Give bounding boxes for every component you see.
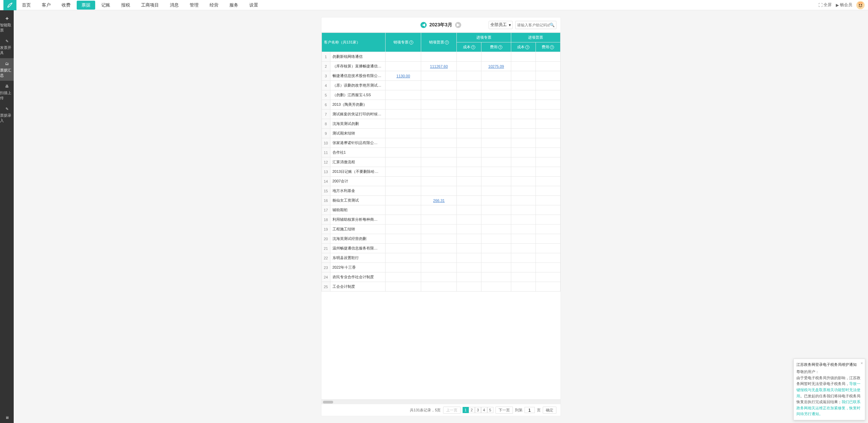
nav-item-1[interactable]: 客户 [37, 1, 55, 10]
customer-name[interactable]: 勿删新锐网络通信 [330, 52, 385, 62]
nav-item-4[interactable]: 记账 [97, 1, 115, 10]
value-link[interactable]: 111267.60 [430, 64, 448, 68]
customer-name[interactable]: 2013（陶美芳勿删） [330, 100, 385, 110]
customer-name[interactable]: （库存核算）直播畅捷通信… [330, 62, 385, 71]
page-number[interactable]: 3 [475, 407, 481, 413]
customer-name[interactable]: 温州畅捷通信息服务有限… [330, 244, 385, 253]
search-icon[interactable]: 🔍 [550, 23, 555, 27]
table-row[interactable]: 62013（陶美芳勿删） [322, 100, 560, 110]
sidebar-monitor[interactable]: 🖥 [0, 412, 14, 423]
customer-name[interactable]: 工会会计制度 [330, 282, 385, 292]
table-row[interactable]: 142007会计 [322, 177, 560, 186]
table-row[interactable]: 4（原）误删勿改李艳芳测试账… [322, 81, 560, 90]
table-row[interactable]: 11合作社1 [322, 148, 560, 157]
value-link[interactable]: 266.31 [433, 198, 445, 203]
table-row[interactable]: 9测试期末结转 [322, 129, 560, 138]
nav-item-2[interactable]: 收费 [57, 1, 75, 10]
customer-name[interactable]: 2013日记账（不要删除哈… [330, 167, 385, 177]
help-icon[interactable]: ? [409, 40, 413, 44]
customer-name[interactable]: 农民专业合作社会计制度 [330, 272, 385, 282]
next-month-button[interactable]: ▶ [455, 22, 461, 28]
table-row[interactable]: 7测试账套的凭证打印的时候… [322, 110, 560, 119]
help-icon[interactable]: ? [525, 45, 529, 49]
page-number[interactable]: 5 [487, 407, 493, 413]
table-row[interactable]: 16杨仙女工资测试266.31 [322, 196, 560, 205]
table-row[interactable]: 17辅助期初 [322, 205, 560, 215]
fullscreen-button[interactable]: ⛶ 全屏 [818, 2, 832, 8]
member-button[interactable]: ▶ 畅会员 [836, 2, 852, 8]
avatar[interactable] [856, 1, 865, 9]
customer-name[interactable]: 2007会计 [330, 177, 385, 186]
nav-item-10[interactable]: 服务 [225, 1, 243, 10]
table-row[interactable]: 21温州畅捷通信息服务有限… [322, 244, 560, 253]
table-row[interactable]: 1勿删新锐网络通信 [322, 52, 560, 62]
customer-name[interactable]: 工程施工结转 [330, 225, 385, 234]
value-link[interactable]: 1130.00 [397, 74, 410, 78]
next-page-button[interactable]: 下一页 [495, 407, 513, 414]
page-unit: 页 [537, 408, 541, 413]
customer-name[interactable]: 杨仙女工资测试 [330, 196, 385, 205]
row-index: 14 [322, 177, 330, 186]
table-row[interactable]: 3畅捷通信息技术股份有限公…1130.00 [322, 71, 560, 81]
nav-item-6[interactable]: 工商项目 [136, 1, 164, 10]
prev-month-button[interactable]: ◀ [420, 22, 427, 28]
prev-page-button[interactable]: 上一页 [443, 407, 461, 414]
nav-item-7[interactable]: 消息 [165, 1, 184, 10]
page-number[interactable]: 4 [481, 407, 487, 413]
customer-name[interactable]: 测试期末结转 [330, 129, 385, 138]
customer-name[interactable]: 畅捷通信息技术股份有限公… [330, 71, 385, 81]
table-row[interactable]: 2（库存核算）直播畅捷通信…111267.6010275.09 [322, 62, 560, 71]
nav-item-3[interactable]: 票据 [77, 1, 95, 10]
sidebar-item-0[interactable]: ✚智能取票 [0, 13, 14, 36]
table-row[interactable]: 10张家港摩诺针织品有限公… [322, 138, 560, 148]
page-number[interactable]: 2 [469, 407, 475, 413]
customer-name[interactable]: 张家港摩诺针织品有限公… [330, 138, 385, 148]
value-link[interactable]: 10275.09 [488, 64, 504, 68]
table-row[interactable]: 25工会会计制度 [322, 282, 560, 292]
customer-name[interactable]: 沈海英测试经营勿删 [330, 234, 385, 244]
nav-item-5[interactable]: 报税 [116, 1, 135, 10]
row-index: 21 [322, 244, 330, 253]
sidebar-item-2[interactable]: 🗂票据汇总 [0, 58, 14, 81]
horizontal-scrollbar[interactable] [322, 399, 561, 404]
table-row[interactable]: 18利用辅助核算分析每种商… [322, 215, 560, 225]
customer-name[interactable]: 地方水利基金 [330, 186, 385, 196]
search-input[interactable] [517, 23, 550, 27]
page-input[interactable] [525, 407, 535, 413]
table-row[interactable]: 22东明县设置鞋行 [322, 253, 560, 263]
table-row[interactable]: 15地方水利基金 [322, 186, 560, 196]
table-row[interactable]: 132013日记账（不要删除哈… [322, 167, 560, 177]
table-row[interactable]: 24农民专业合作社会计制度 [322, 272, 560, 282]
customer-name[interactable]: （勿删）江西服宝-LSS [330, 90, 385, 100]
help-icon[interactable]: ? [498, 45, 502, 49]
table-row[interactable]: 19工程施工结转 [322, 225, 560, 234]
nav-item-11[interactable]: 设置 [244, 1, 263, 10]
table-row[interactable]: 8沈海英测试勿删 [322, 119, 560, 129]
close-icon[interactable]: × [861, 360, 863, 367]
customer-name[interactable]: 辅助期初 [330, 205, 385, 215]
customer-name[interactable]: 合作社1 [330, 148, 385, 157]
page-number[interactable]: 1 [463, 407, 469, 413]
customer-name[interactable]: 利用辅助核算分析每种商… [330, 215, 385, 225]
help-icon[interactable]: ? [550, 45, 554, 49]
table-row[interactable]: 12汇算清缴流程 [322, 157, 560, 167]
employee-select[interactable]: 全部员工 ▾ [489, 21, 513, 29]
customer-name[interactable]: 2022年十三香 [330, 263, 385, 272]
customer-name[interactable]: 沈海英测试勿删 [330, 119, 385, 129]
help-icon[interactable]: ? [471, 45, 475, 49]
table-row[interactable]: 5（勿删）江西服宝-LSS [322, 90, 560, 100]
help-icon[interactable]: ? [445, 40, 449, 44]
customer-name[interactable]: 测试账套的凭证打印的时候… [330, 110, 385, 119]
customer-name[interactable]: 东明县设置鞋行 [330, 253, 385, 263]
nav-item-0[interactable]: 首页 [17, 1, 36, 10]
sidebar-item-1[interactable]: ✎发票开具 [0, 36, 14, 58]
customer-name[interactable]: 汇算清缴流程 [330, 157, 385, 167]
sidebar-item-4[interactable]: ✎票据录入 [0, 103, 14, 126]
sidebar-item-3[interactable]: 🖶扫描上传 [0, 81, 14, 103]
table-row[interactable]: 232022年十三香 [322, 263, 560, 272]
confirm-page-button[interactable]: 确定 [543, 407, 556, 414]
nav-item-9[interactable]: 经营 [205, 1, 223, 10]
customer-name[interactable]: （原）误删勿改李艳芳测试账… [330, 81, 385, 90]
nav-item-8[interactable]: 管理 [185, 1, 203, 10]
table-row[interactable]: 20沈海英测试经营勿删 [322, 234, 560, 244]
